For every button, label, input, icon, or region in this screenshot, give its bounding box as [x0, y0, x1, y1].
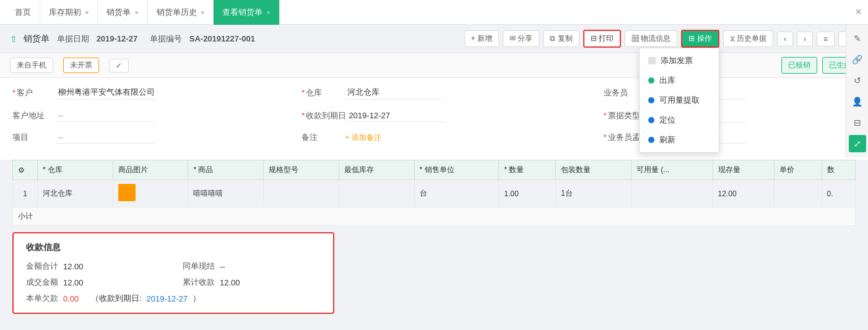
row-spec	[264, 180, 339, 207]
operation-button[interactable]: ⊞ 操作	[681, 30, 719, 48]
warehouse-col-header: * 仓库	[38, 160, 113, 180]
sidebar-refresh-button[interactable]: ↺	[849, 72, 866, 89]
subtotal-row: 小计	[13, 207, 856, 226]
data-table: ⚙ * 仓库 商品图片 * 商品 规格型号 最低库存 * 销售单位 * 数量 包…	[12, 160, 856, 226]
form-row-3: 项目 -- 备注 + 添加备注 业务员孟 --	[12, 131, 856, 144]
form-row-2: 客户地址 -- 收款到期日 2019-12-27 票据类型 不开票	[12, 108, 856, 123]
status-bar: 来自手机 未开票 ✓ 已核销 已生效	[0, 53, 868, 78]
amount-col-header: 数	[822, 160, 855, 180]
note-field: 备注 + 添加备注	[302, 132, 553, 143]
sidebar-user-button[interactable]: 👤	[849, 93, 866, 110]
available-qty-icon	[648, 97, 654, 103]
due-date-label: 收款到期日	[302, 110, 346, 121]
locate-icon	[648, 117, 654, 123]
row-seq: 1	[13, 180, 38, 207]
cumulative-label: 累计收款	[183, 277, 215, 288]
row-product: 嘻嘻嘻嘻	[188, 180, 264, 207]
locate-item[interactable]: 定位	[640, 110, 719, 130]
customer-label: 客户	[12, 87, 56, 98]
row-current-stock: 12.00	[713, 180, 774, 207]
new-button[interactable]: + 新增	[464, 30, 499, 47]
sales-order-icon: ⇧	[10, 34, 17, 44]
amount-total-item: 金额合计 12.00	[26, 261, 164, 272]
warehouse-label: 仓库	[302, 87, 345, 98]
amount-total-value: 12.00	[63, 262, 84, 271]
operation-dropdown: 添加发票 出库 可用量提取 定位 刷新	[639, 48, 719, 153]
doc-date-value: 2019-12-27	[97, 34, 138, 43]
window-close-button[interactable]: ×	[855, 6, 862, 19]
payment-grid: 金额合计 12.00 同单现结 -- 成交金额 12.00 累计收款 12.00…	[26, 261, 321, 304]
available-col-header: 可用量 (...	[631, 160, 713, 180]
settings-col-header[interactable]: ⚙	[13, 160, 38, 180]
address-value: --	[56, 110, 155, 122]
form-row-1: 客户 柳州粤港平安气体有限公司 仓库 河北仓库 业务员 演示账号	[12, 85, 856, 100]
warehouse-field: 仓库 河北仓库	[302, 85, 553, 100]
nav-prev-button[interactable]: ‹	[777, 32, 793, 46]
not-open-button[interactable]: 未开票	[63, 58, 99, 73]
from-mobile-button[interactable]: 来自手机	[10, 58, 53, 73]
subtotal-label: 小计	[13, 207, 856, 226]
due-date-value: 2019-12-27	[346, 110, 445, 122]
cumulative-receipt-item: 累计收款 12.00	[183, 277, 321, 288]
sales-unit-col-header: * 销售单位	[414, 160, 499, 180]
address-label: 客户地址	[12, 110, 56, 121]
same-order-settlement-item: 同单现结 --	[183, 261, 321, 272]
same-order-value: --	[220, 262, 225, 271]
copy-button[interactable]: ⧉ 复制	[543, 30, 579, 47]
same-order-label: 同单现结	[183, 261, 215, 272]
this-order-due-item: 本单欠款 0.00 （收款到期日: 2019-12-27 ）	[26, 293, 321, 304]
tab-view-sales[interactable]: 查看销货单 ×	[214, 0, 279, 25]
doc-toolbar: ⇧ 销货单 单据日期 2019-12-27 单据编号 SA-20191227-0…	[0, 25, 868, 53]
product-image	[118, 184, 136, 201]
product-col-header: * 商品	[188, 160, 264, 180]
sidebar-edit-button[interactable]: ✎	[849, 30, 866, 47]
close-tab-sales[interactable]: ×	[134, 9, 138, 16]
tab-home[interactable]: 首页	[6, 0, 40, 25]
close-tab-inventory[interactable]: ×	[85, 9, 89, 16]
outbound-item[interactable]: 出库	[640, 71, 719, 90]
current-stock-col-header: 现存量	[713, 160, 774, 180]
row-unit-price	[774, 180, 822, 207]
refresh-item[interactable]: 刷新	[640, 130, 719, 150]
doc-title-area: ⇧ 销货单	[10, 33, 50, 45]
add-invoice-item[interactable]: 添加发票	[640, 51, 719, 71]
row-sales-unit: 台	[414, 180, 499, 207]
close-tab-view-sales[interactable]: ×	[266, 9, 270, 16]
logistics-button[interactable]: ▦ 物流信息	[625, 30, 677, 47]
history-records-button[interactable]: ⧖ 历史单据	[723, 30, 773, 47]
add-invoice-icon	[648, 57, 656, 64]
warehouse-value: 河北仓库	[345, 85, 444, 100]
due-date-val: 2019-12-27	[147, 294, 188, 303]
row-warehouse: 河北仓库	[38, 180, 113, 207]
sidebar-expand-button[interactable]: ⤢	[849, 135, 866, 152]
project-value: --	[56, 131, 155, 144]
form-area: 客户 柳州粤港平安气体有限公司 仓库 河北仓库 业务员 演示账号 客户地址 --…	[0, 78, 868, 160]
tab-bar: 首页 库存期初 × 销货单 × 销货单历史 × 查看销货单 × ×	[0, 0, 868, 25]
toolbar-actions: + 新增 ✉ 分享 ⧉ 复制 ⊟ 打印 ▦ 物流信息 ⊞ 操作 添加发票 出库 …	[464, 30, 858, 48]
share-button[interactable]: ✉ 分享	[503, 30, 539, 47]
print-button[interactable]: ⊟ 打印	[583, 30, 621, 48]
pack-qty-col-header: 包装数量	[556, 160, 631, 180]
cancelled-button[interactable]: 已核销	[781, 57, 817, 74]
doc-number-label: 单据编号 SA-20191227-001	[150, 33, 255, 45]
spec-col-header: 规格型号	[264, 160, 339, 180]
sidebar-table-button[interactable]: ⊟	[849, 114, 866, 131]
view-toggle1-button[interactable]: ≡	[817, 32, 835, 46]
row-pack-qty: 1台	[556, 180, 631, 207]
tab-inventory-init[interactable]: 库存期初 ×	[40, 0, 98, 25]
nav-next-button[interactable]: ›	[797, 32, 813, 46]
tab-sales-history[interactable]: 销货单历史 ×	[148, 0, 214, 25]
product-img-col-header: 商品图片	[113, 160, 188, 180]
tab-sales-order[interactable]: 销货单 ×	[98, 0, 147, 25]
table-row: 1 河北仓库 嘻嘻嘻嘻 台 1.00 1台 12.00 0.	[13, 180, 856, 207]
transaction-value: 12.00	[63, 278, 84, 287]
table-area: ⚙ * 仓库 商品图片 * 商品 规格型号 最低库存 * 销售单位 * 数量 包…	[0, 160, 868, 232]
add-note-button[interactable]: + 添加备注	[345, 132, 381, 143]
available-qty-item[interactable]: 可用量提取	[640, 90, 719, 110]
sidebar-link-button[interactable]: 🔗	[849, 51, 866, 68]
doc-date-label: 单据日期 2019-12-27	[57, 33, 137, 45]
right-sidebar: ✎ 🔗 ↺ 👤 ⊟ ⤢	[846, 25, 868, 157]
close-tab-history[interactable]: ×	[201, 9, 204, 16]
confirm-button[interactable]: ✓	[109, 59, 129, 72]
doc-number-value: SA-20191227-001	[189, 34, 255, 43]
